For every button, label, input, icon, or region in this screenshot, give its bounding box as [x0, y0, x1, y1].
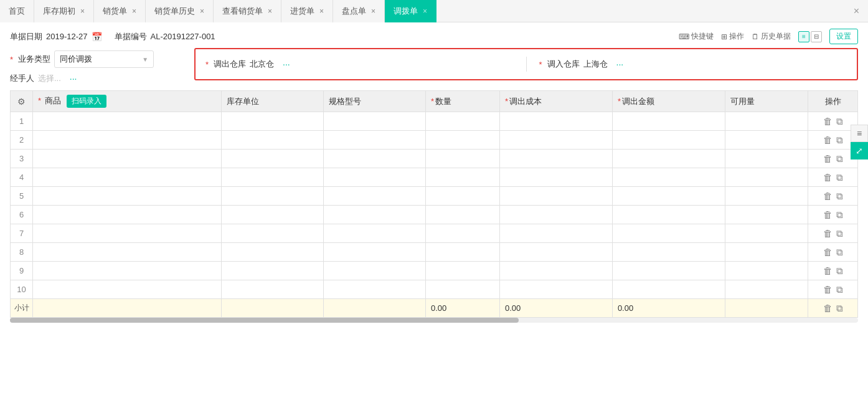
shortcuts-btn[interactable]: ⌨ 快捷键 [679, 31, 714, 42]
cell-product[interactable] [33, 280, 222, 299]
history-btn[interactable]: 🗒 历史单据 [752, 31, 791, 42]
cell-amount[interactable] [612, 168, 725, 187]
cell-unit[interactable] [221, 262, 323, 280]
close-icon[interactable]: × [423, 7, 427, 16]
cell-product[interactable] [33, 112, 222, 131]
cell-spec[interactable] [323, 280, 425, 299]
cell-unit[interactable] [221, 112, 323, 131]
cell-unit[interactable] [221, 224, 323, 243]
tab-inventory-check[interactable]: 盘点单 × [333, 0, 385, 22]
cell-amount[interactable]: 0.00 [612, 299, 725, 318]
copy-icon[interactable]: ⧉ [836, 247, 843, 258]
cell-unit[interactable] [221, 187, 323, 206]
cell-available[interactable] [725, 131, 808, 150]
cell-cost[interactable]: 0.00 [500, 299, 613, 318]
cell-unit[interactable] [221, 131, 323, 150]
delete-icon[interactable]: 🗑 [823, 135, 833, 145]
cell-qty[interactable] [425, 280, 499, 299]
tab-view-sale[interactable]: 查看销货单 × [214, 0, 281, 22]
delete-icon[interactable]: 🗑 [823, 172, 833, 183]
copy-icon[interactable]: ⧉ [836, 228, 843, 239]
float-list-icon[interactable]: ≡ [851, 125, 868, 142]
cell-cost[interactable] [500, 112, 613, 131]
cell-available[interactable] [725, 150, 808, 168]
cell-qty[interactable] [425, 187, 499, 206]
cell-qty[interactable]: 0.00 [425, 299, 499, 318]
copy-icon[interactable]: ⧉ [836, 284, 843, 295]
cell-amount[interactable] [612, 280, 725, 299]
cell-cost[interactable] [500, 168, 613, 187]
cell-amount[interactable] [612, 224, 725, 243]
warehouse-in-more-icon[interactable]: ··· [616, 59, 624, 69]
delete-icon[interactable]: 🗑 [823, 303, 833, 313]
cell-cost[interactable] [500, 206, 613, 224]
scroll-thumb[interactable] [10, 318, 519, 323]
copy-icon[interactable]: ⧉ [836, 191, 843, 202]
copy-icon[interactable]: ⧉ [836, 135, 843, 146]
delete-icon[interactable]: 🗑 [823, 209, 833, 220]
layout-grid-icon[interactable]: ⊟ [811, 31, 822, 42]
cell-unit[interactable] [221, 280, 323, 299]
cell-unit[interactable] [221, 243, 323, 262]
cell-amount[interactable] [612, 150, 725, 168]
cell-spec[interactable] [323, 168, 425, 187]
cell-qty[interactable] [425, 168, 499, 187]
cell-spec[interactable] [323, 262, 425, 280]
copy-icon[interactable]: ⧉ [836, 153, 843, 164]
cell-available[interactable] [725, 280, 808, 299]
tab-purchase[interactable]: 进货单 × [281, 0, 333, 22]
cell-spec[interactable] [323, 299, 425, 318]
close-icon[interactable]: × [319, 7, 324, 16]
copy-icon[interactable]: ⧉ [836, 116, 843, 127]
handler-more-icon[interactable]: ··· [70, 74, 77, 83]
cell-cost[interactable] [500, 243, 613, 262]
cell-qty[interactable] [425, 131, 499, 150]
cell-product[interactable] [33, 206, 222, 224]
cell-qty[interactable] [425, 224, 499, 243]
cell-product[interactable] [33, 131, 222, 150]
cell-product[interactable] [33, 243, 222, 262]
cell-product[interactable] [33, 224, 222, 243]
handler-input[interactable]: 选择... [38, 73, 61, 84]
tab-transfer[interactable]: 调拨单 × [385, 0, 436, 22]
close-all-tabs[interactable]: × [845, 6, 868, 17]
cell-product[interactable] [33, 262, 222, 280]
cell-spec[interactable] [323, 224, 425, 243]
cell-available[interactable] [725, 262, 808, 280]
cell-cost[interactable] [500, 224, 613, 243]
cell-spec[interactable] [323, 243, 425, 262]
cell-product[interactable] [33, 299, 222, 318]
tab-home[interactable]: 首页 [0, 0, 34, 22]
close-icon[interactable]: × [132, 7, 136, 16]
delete-icon[interactable]: 🗑 [823, 284, 833, 295]
close-icon[interactable]: × [268, 7, 272, 16]
cell-available[interactable] [725, 206, 808, 224]
calendar-icon[interactable]: 📅 [92, 32, 102, 42]
cell-amount[interactable] [612, 187, 725, 206]
tab-sale-order[interactable]: 销货单 × [94, 0, 146, 22]
cell-amount[interactable] [612, 243, 725, 262]
cell-spec[interactable] [323, 150, 425, 168]
delete-icon[interactable]: 🗑 [823, 191, 833, 201]
delete-icon[interactable]: 🗑 [823, 153, 833, 164]
cell-spec[interactable] [323, 187, 425, 206]
cell-cost[interactable] [500, 262, 613, 280]
delete-icon[interactable]: 🗑 [823, 265, 833, 276]
cell-amount[interactable] [612, 131, 725, 150]
layout-list-icon[interactable]: ≡ [798, 31, 809, 42]
copy-icon[interactable]: ⧉ [836, 303, 843, 314]
cell-qty[interactable] [425, 112, 499, 131]
cell-qty[interactable] [425, 243, 499, 262]
cell-available[interactable] [725, 168, 808, 187]
cell-available[interactable] [725, 224, 808, 243]
cell-unit[interactable] [221, 206, 323, 224]
cell-available[interactable] [725, 112, 808, 131]
cell-qty[interactable] [425, 150, 499, 168]
tab-inventory-init[interactable]: 库存期初 × [34, 0, 94, 22]
cell-amount[interactable] [612, 262, 725, 280]
cell-amount[interactable] [612, 206, 725, 224]
operations-btn[interactable]: ⊞ 操作 [721, 31, 744, 42]
table-settings-icon[interactable]: ⚙ [17, 97, 26, 107]
delete-icon[interactable]: 🗑 [823, 116, 833, 126]
scroll-track[interactable] [10, 318, 858, 323]
